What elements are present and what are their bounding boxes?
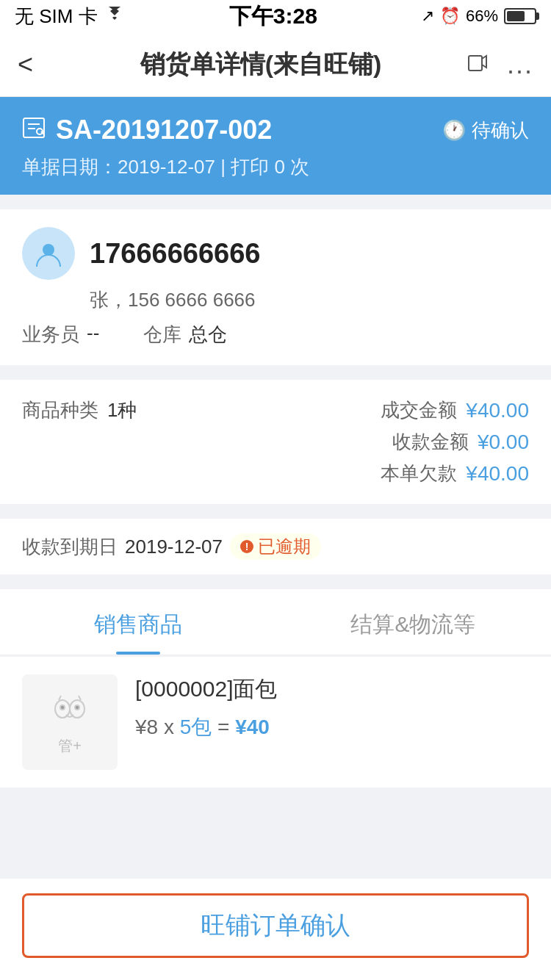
sales-label: 业务员 bbox=[22, 322, 79, 347]
payment-label: 收款金额 bbox=[392, 429, 469, 455]
warehouse-value: 总仓 bbox=[189, 322, 227, 347]
customer-section: 17666666666 张，156 6666 6666 业务员 -- 仓库 总仓 bbox=[0, 209, 551, 365]
battery-icon bbox=[504, 8, 536, 24]
product-info: [0000002]面包 ¥8 x 5包 = ¥40 bbox=[135, 674, 529, 741]
status-carrier-wifi: 无 SIM 卡 bbox=[15, 4, 126, 29]
price-equals: = bbox=[212, 716, 235, 738]
tabs-section: 销售商品 结算&物流等 bbox=[0, 589, 551, 655]
product-type-label: 商品种类 bbox=[22, 397, 98, 423]
summary-right: 成交金额 ¥40.00 收款金额 ¥0.00 本单欠款 ¥40.00 bbox=[381, 397, 529, 486]
balance-value: ¥40.00 bbox=[466, 462, 529, 486]
status-bar: 无 SIM 卡 下午3:28 ↗ ⏰ 66% bbox=[0, 0, 551, 32]
overdue-icon: ! bbox=[240, 540, 253, 553]
clock-icon: 🕐 bbox=[442, 119, 466, 142]
order-number: SA-20191207-002 bbox=[22, 115, 272, 145]
customer-name: 张，156 6666 6666 bbox=[22, 287, 529, 313]
tab-sales-products[interactable]: 销售商品 bbox=[0, 589, 276, 655]
avatar bbox=[22, 227, 75, 280]
more-icon[interactable]: ... bbox=[507, 49, 533, 80]
price-qty: 5包 bbox=[180, 716, 212, 738]
svg-rect-0 bbox=[469, 56, 482, 71]
due-section: 收款到期日 2019-12-07 ! 已逾期 bbox=[0, 519, 551, 574]
warehouse-label: 仓库 bbox=[143, 322, 181, 347]
balance-label: 本单欠款 bbox=[381, 461, 457, 486]
product-type-row: 商品种类 1种 bbox=[22, 397, 137, 423]
balance-row: 本单欠款 ¥40.00 bbox=[381, 461, 529, 486]
overdue-text: 已逾期 bbox=[258, 535, 311, 558]
carrier-text: 无 SIM 卡 bbox=[15, 4, 98, 29]
overdue-badge: ! 已逾期 bbox=[230, 533, 321, 560]
product-item: 管+ [0000002]面包 ¥8 x 5包 = ¥40 bbox=[22, 674, 529, 770]
back-button[interactable]: < bbox=[18, 49, 62, 80]
confirm-order-button[interactable]: 旺铺订单确认 bbox=[22, 893, 529, 958]
transaction-row: 成交金额 ¥40.00 bbox=[381, 397, 529, 423]
product-thumbnail: 管+ bbox=[22, 674, 118, 770]
product-type-value: 1种 bbox=[107, 397, 137, 423]
tab-settlement-logistics[interactable]: 结算&物流等 bbox=[276, 589, 551, 655]
summary-left: 商品种类 1种 bbox=[22, 397, 137, 423]
nav-bar: < 销货单详情(来自旺铺) ... bbox=[0, 32, 551, 97]
svg-point-2 bbox=[43, 244, 54, 256]
share-icon[interactable] bbox=[466, 50, 489, 79]
order-doc-icon bbox=[22, 115, 48, 145]
customer-row: 17666666666 bbox=[22, 227, 529, 280]
alarm-icon: ⏰ bbox=[440, 7, 460, 26]
price-text: ¥8 x bbox=[135, 716, 180, 738]
product-name: [0000002]面包 bbox=[135, 674, 529, 705]
due-date-value: 2019-12-07 bbox=[125, 536, 223, 558]
order-header: SA-20191207-002 🕐 待确认 单据日期：2019-12-07 | … bbox=[0, 97, 551, 195]
warehouse-meta: 仓库 总仓 bbox=[143, 322, 227, 347]
wifi-icon bbox=[104, 5, 126, 28]
svg-point-7 bbox=[61, 706, 64, 709]
order-status: 🕐 待确认 bbox=[442, 118, 529, 143]
sales-value: -- bbox=[87, 322, 99, 347]
payment-row: 收款金额 ¥0.00 bbox=[392, 429, 529, 455]
sales-meta: 业务员 -- bbox=[22, 322, 99, 347]
product-price: ¥8 x 5包 = ¥40 bbox=[135, 713, 529, 741]
transaction-label: 成交金额 bbox=[381, 397, 457, 423]
status-indicators: ↗ ⏰ 66% bbox=[421, 7, 536, 26]
summary-section: 商品种类 1种 成交金额 ¥40.00 收款金额 ¥0.00 本单欠款 ¥40.… bbox=[0, 380, 551, 504]
customer-meta: 业务员 -- 仓库 总仓 bbox=[22, 322, 529, 347]
order-date: 单据日期：2019-12-07 | 打印 0 次 bbox=[22, 154, 529, 180]
battery-percent: 66% bbox=[466, 7, 498, 26]
status-time: 下午3:28 bbox=[229, 1, 317, 32]
brand-label: 管+ bbox=[58, 736, 82, 756]
page-title: 销货单详情(来自旺铺) bbox=[62, 48, 460, 82]
nav-actions: ... bbox=[460, 49, 533, 80]
due-label: 收款到期日 bbox=[22, 534, 118, 560]
payment-value: ¥0.00 bbox=[478, 430, 529, 454]
customer-phone: 17666666666 bbox=[90, 238, 260, 270]
brand-owl-icon bbox=[48, 688, 92, 733]
location-icon: ↗ bbox=[421, 7, 434, 26]
order-header-top: SA-20191207-002 🕐 待确认 bbox=[22, 115, 529, 145]
product-section: 管+ [0000002]面包 ¥8 x 5包 = ¥40 bbox=[0, 657, 551, 788]
product-thumb-inner: 管+ bbox=[48, 688, 92, 756]
svg-point-8 bbox=[76, 706, 79, 709]
confirm-button-wrapper: 旺铺订单确认 bbox=[0, 879, 551, 980]
transaction-value: ¥40.00 bbox=[466, 399, 529, 422]
price-total: ¥40 bbox=[235, 716, 270, 738]
